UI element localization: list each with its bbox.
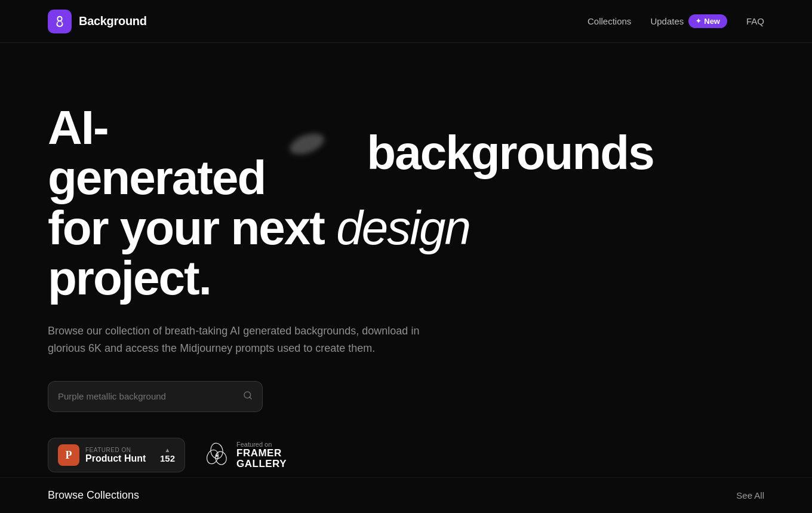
browse-collections-label: Browse Collections (48, 489, 139, 502)
new-badge-label: New (704, 17, 720, 26)
new-badge[interactable]: ✦ New (688, 14, 727, 28)
hero-title-part2: backgrounds (367, 128, 653, 178)
new-badge-star: ✦ (696, 17, 701, 25)
framer-icon-wrap (204, 443, 229, 468)
hero-thumbnail (277, 129, 355, 177)
logo-svg (53, 15, 66, 28)
ph-arrow: ▲ (165, 447, 171, 453)
framer-badge[interactable]: Featured on FRAMER GALLERY (195, 436, 296, 475)
hero-title-part4: project. (48, 251, 211, 305)
nav-updates[interactable]: Updates (650, 16, 684, 26)
framer-leaf-icon (204, 443, 229, 468)
framer-gallery-label: FRAMER GALLERY (236, 448, 287, 470)
logo-icon (48, 10, 72, 33)
ph-count-wrap: ▲ 152 (160, 447, 175, 463)
hero-title-italic: design (336, 201, 470, 254)
ph-name: Product Hunt (85, 453, 146, 464)
nav-collections[interactable]: Collections (588, 16, 631, 26)
product-hunt-badge[interactable]: P FEATURED ON Product Hunt ▲ 152 (48, 438, 185, 472)
svg-point-4 (214, 450, 227, 466)
framer-text-wrap: Featured on FRAMER GALLERY (236, 441, 287, 470)
nav-links: Collections Updates ✦ New FAQ (588, 14, 764, 28)
see-all-link[interactable]: See All (736, 490, 764, 500)
nav-faq[interactable]: FAQ (746, 16, 764, 26)
hero-title-part1: AI-generated (48, 103, 265, 203)
hero-title: AI-generated backgrounds for your next d… (48, 103, 490, 303)
hero-title-part3: for your next (48, 201, 324, 254)
svg-line-1 (250, 397, 251, 399)
hero-subtitle: Browse our collection of breath-taking A… (48, 322, 436, 357)
nav-updates-group: Updates ✦ New (650, 14, 727, 28)
search-icon (243, 391, 253, 403)
framer-name: FRAMER (236, 447, 282, 459)
logo-text: Background (79, 14, 147, 28)
search-bar (48, 381, 263, 412)
navbar: Background Collections Updates ✦ New FAQ (0, 0, 812, 43)
bottom-bar: Browse Collections See All (0, 477, 812, 513)
ph-count: 152 (160, 453, 175, 463)
search-input[interactable] (58, 391, 243, 401)
hero-title-line1: AI-generated backgrounds (48, 103, 490, 203)
badges-row: P FEATURED ON Product Hunt ▲ 152 (48, 436, 490, 475)
svg-point-5 (216, 454, 218, 457)
logo[interactable]: Background (48, 10, 147, 33)
product-hunt-text: FEATURED ON Product Hunt (85, 447, 146, 464)
hero-section: AI-generated backgrounds for your next d… (0, 43, 537, 511)
product-hunt-icon: P (58, 444, 79, 466)
hero-title-line2: for your next design project. (48, 203, 490, 303)
ph-featured-on: FEATURED ON (85, 447, 146, 453)
framer-gallery-word: GALLERY (236, 458, 287, 469)
